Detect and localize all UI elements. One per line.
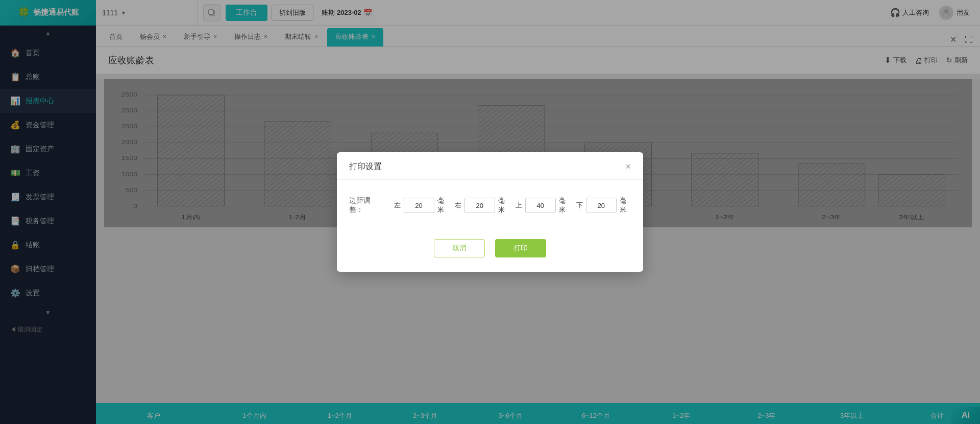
print-settings-dialog: 打印设置 × 边距调整： 左 毫米 右 毫米 上 毫米: [337, 152, 643, 272]
top-input[interactable]: [525, 198, 556, 213]
modal-overlay: 打印设置 × 边距调整： 左 毫米 右 毫米 上 毫米: [0, 0, 980, 424]
modal-footer: 取消 打印: [337, 239, 643, 272]
cancel-button[interactable]: 取消: [434, 239, 485, 257]
modal-title: 打印设置: [349, 161, 382, 172]
top-unit: 毫米: [559, 196, 570, 215]
margin-right-group: 右 毫米: [455, 196, 509, 215]
right-unit: 毫米: [498, 196, 509, 215]
margin-top-group: 上 毫米: [516, 196, 570, 215]
left-unit: 毫米: [437, 196, 449, 215]
left-label: 左: [394, 201, 401, 210]
modal-close-button[interactable]: ×: [625, 161, 631, 172]
margin-bottom-group: 下 毫米: [576, 196, 631, 215]
margin-row: 边距调整： 左 毫米 右 毫米 上 毫米 下: [349, 196, 631, 215]
right-label: 右: [455, 201, 461, 210]
modal-body: 边距调整： 左 毫米 右 毫米 上 毫米 下: [337, 180, 643, 239]
top-label: 上: [516, 201, 522, 210]
bottom-unit: 毫米: [620, 196, 631, 215]
left-input[interactable]: [404, 198, 434, 213]
right-input[interactable]: [464, 198, 495, 213]
modal-header: 打印设置 ×: [337, 152, 643, 180]
confirm-print-button[interactable]: 打印: [495, 239, 546, 257]
bottom-input[interactable]: [586, 198, 617, 213]
margin-left-group: 左 毫米: [394, 196, 449, 215]
margin-label: 边距调整：: [349, 196, 384, 215]
bottom-label: 下: [576, 201, 583, 210]
